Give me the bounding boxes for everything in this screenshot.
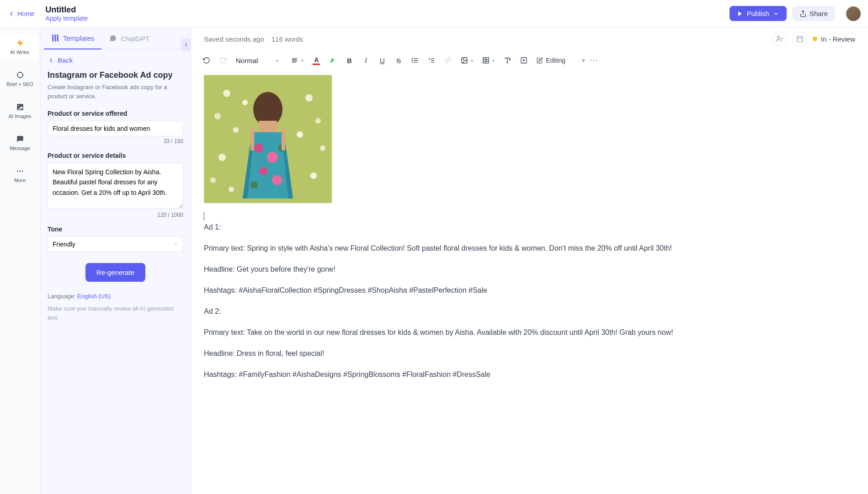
svg-point-9 — [18, 105, 19, 106]
nav-ai-writer[interactable]: AI Writer — [0, 35, 40, 59]
svg-point-58 — [218, 154, 226, 161]
chevron-down-icon — [773, 11, 779, 17]
product-offered-input[interactable] — [48, 121, 183, 136]
doc-title[interactable]: Untitled — [45, 5, 729, 15]
chevron-left-icon — [183, 42, 189, 48]
nav-ai-images[interactable]: AI Images — [0, 99, 40, 123]
svg-point-57 — [320, 145, 325, 151]
status-pill[interactable]: In - Review — [813, 35, 855, 43]
back-link[interactable]: Back — [48, 56, 183, 64]
share-label: Share — [809, 10, 828, 17]
format-label: Normal — [236, 57, 258, 64]
text-cursor — [204, 212, 204, 220]
editor-header: Saved seconds ago 116 words In - Review — [191, 27, 868, 50]
undo-button[interactable] — [199, 53, 214, 68]
insert-icon — [520, 57, 527, 64]
italic-button[interactable]: I — [358, 53, 373, 68]
apply-template-link[interactable]: Apply template — [45, 15, 729, 22]
svg-point-68 — [250, 181, 258, 188]
document-image[interactable] — [204, 75, 332, 203]
chevron-left-icon — [48, 57, 55, 64]
saved-text: Saved seconds ago — [204, 35, 264, 43]
format-select-wrapper[interactable]: Normal ▾ — [236, 57, 282, 64]
play-icon — [737, 11, 743, 17]
svg-rect-19 — [797, 37, 803, 42]
editor-area: Saved seconds ago 116 words In - Review — [191, 27, 868, 494]
word-count: 116 words — [272, 35, 303, 43]
home-label: Home — [17, 10, 34, 17]
tab-label: ChatGPT — [121, 35, 149, 43]
redo-button[interactable] — [216, 53, 230, 68]
chevron-down-icon: ▾ — [301, 58, 304, 63]
table-icon — [482, 57, 490, 64]
table-button[interactable] — [479, 53, 493, 68]
svg-point-65 — [267, 152, 278, 163]
field-tone: Tone Friendly — [48, 226, 183, 252]
pencil-icon — [537, 57, 543, 64]
svg-rect-13 — [52, 35, 53, 42]
highlight-icon — [329, 57, 336, 64]
italic-icon: I — [365, 57, 367, 64]
clear-format-button[interactable] — [500, 53, 515, 68]
add-user-button[interactable] — [772, 32, 787, 46]
nav-more[interactable]: More — [0, 163, 40, 187]
nav-brief-seo[interactable]: Brief + SEO — [0, 67, 40, 91]
nav-label: Brief + SEO — [6, 81, 33, 87]
link-button[interactable] — [441, 53, 455, 68]
share-button[interactable]: Share — [792, 6, 835, 21]
tab-chatgpt[interactable]: ChatGPT — [101, 27, 157, 49]
language-link[interactable]: English (US) — [77, 293, 111, 300]
editing-mode-select[interactable]: Editing ▾ — [537, 57, 585, 64]
numbered-list-button[interactable] — [424, 53, 439, 68]
tab-label: Templates — [63, 34, 94, 42]
bold-button[interactable]: B — [342, 53, 357, 68]
chevron-left-icon — [7, 10, 16, 18]
document-body[interactable]: Ad 1: Primary text: Spring in style with… — [191, 70, 868, 494]
more-toolbar-button[interactable]: ··· — [587, 53, 602, 68]
link-icon — [444, 57, 452, 64]
underline-button[interactable]: U — [375, 53, 389, 68]
chat-icon — [109, 34, 117, 43]
product-details-textarea[interactable]: New Floral Spring Collection by Aisha. B… — [48, 163, 183, 209]
doc-paragraph: Primary text: Spring in style with Aisha… — [204, 243, 855, 254]
image-button[interactable] — [457, 53, 472, 68]
home-link[interactable]: Home — [7, 10, 34, 18]
align-button[interactable] — [288, 53, 302, 68]
panel-body: Back Instagram or Facebook Ad copy Creat… — [40, 50, 191, 494]
bullet-list-button[interactable] — [408, 53, 422, 68]
doc-paragraph: Ad 2: — [204, 306, 855, 317]
svg-point-53 — [233, 127, 239, 133]
svg-point-3 — [17, 72, 23, 78]
insert-button[interactable] — [517, 53, 531, 68]
review-note: Make sure you manually review all AI gen… — [48, 304, 183, 322]
publish-button[interactable]: Publish — [730, 6, 787, 21]
clear-format-icon — [504, 57, 511, 64]
tab-templates[interactable]: Templates — [44, 27, 101, 49]
tone-label: Tone — [48, 226, 183, 233]
redo-icon — [219, 57, 227, 64]
svg-rect-70 — [250, 128, 254, 150]
svg-point-52 — [214, 113, 221, 119]
editor-header-right: In - Review — [772, 32, 855, 46]
nav-message[interactable]: Message — [0, 131, 40, 155]
tone-select[interactable]: Friendly — [48, 236, 183, 252]
doc-paragraph: Headline: Get yours before they're gone! — [204, 264, 855, 275]
nav-label: AI Writer — [10, 49, 30, 55]
svg-point-59 — [210, 177, 216, 183]
regenerate-button[interactable]: Re-generate — [85, 263, 145, 282]
strike-button[interactable]: S — [391, 53, 406, 68]
save-info: Saved seconds ago 116 words — [204, 35, 303, 43]
svg-point-61 — [229, 187, 234, 192]
collapse-panel-button[interactable] — [181, 38, 191, 51]
avatar[interactable] — [846, 6, 861, 21]
message-icon — [16, 134, 25, 144]
topbar-actions: Publish Share — [730, 6, 861, 21]
calendar-icon — [796, 35, 804, 43]
doc-paragraph: Headline: Dress in floral, feel special! — [204, 348, 855, 359]
calendar-button[interactable] — [793, 32, 807, 46]
highlight-button[interactable] — [325, 53, 340, 68]
target-icon — [16, 70, 25, 80]
nav-label: AI Images — [9, 113, 32, 119]
text-color-button[interactable]: A — [309, 53, 324, 68]
svg-rect-15 — [57, 35, 59, 42]
